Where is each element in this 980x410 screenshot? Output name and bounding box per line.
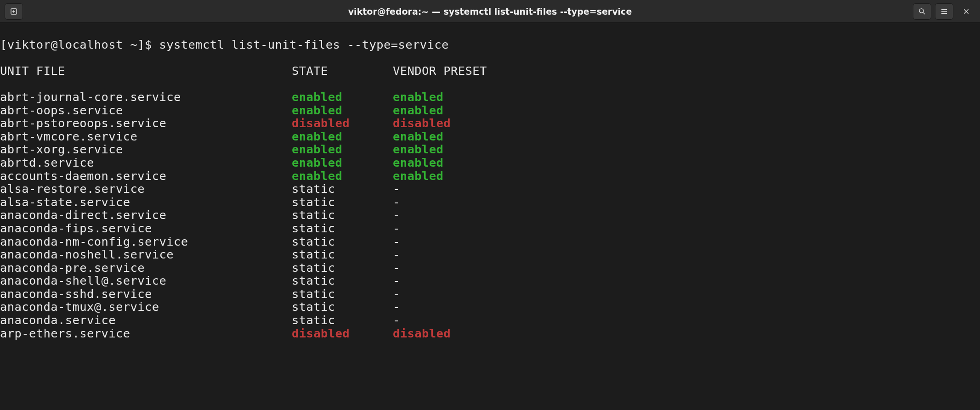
state-cell: enabled — [292, 169, 393, 183]
titlebar-right — [838, 3, 975, 20]
titlebar-left — [5, 3, 142, 20]
table-row: abrt-journal-core.serviceenabledenabled — [0, 90, 980, 104]
table-row: abrt-vmcore.serviceenabledenabled — [0, 130, 980, 143]
unit-file-cell: abrtd.service — [0, 156, 292, 169]
table-row: anaconda-nm-config.servicestatic- — [0, 235, 980, 248]
table-row: alsa-state.servicestatic- — [0, 196, 980, 209]
unit-file-cell: anaconda-tmux@.service — [0, 300, 292, 314]
vendor-preset-cell: - — [393, 248, 400, 261]
search-icon — [918, 7, 926, 16]
col-unit-file: UNIT FILE — [0, 64, 292, 78]
col-vendor-preset: VENDOR PRESET — [393, 64, 487, 78]
close-button[interactable] — [957, 3, 975, 20]
unit-file-cell: anaconda-shell@.service — [0, 274, 292, 287]
vendor-preset-cell: - — [393, 261, 400, 275]
state-cell: static — [292, 261, 393, 275]
state-cell: enabled — [292, 90, 393, 104]
unit-file-cell: abrt-vmcore.service — [0, 130, 292, 143]
vendor-preset-cell: enabled — [393, 130, 443, 143]
table-row: anaconda-tmux@.servicestatic- — [0, 300, 980, 314]
unit-file-cell: anaconda-nm-config.service — [0, 235, 292, 248]
titlebar: viktor@fedora:~ — systemctl list-unit-fi… — [0, 0, 980, 23]
state-cell: static — [292, 235, 393, 248]
state-cell: static — [292, 182, 393, 196]
window-title: viktor@fedora:~ — systemctl list-unit-fi… — [142, 6, 838, 17]
search-button[interactable] — [913, 3, 931, 20]
vendor-preset-cell: - — [393, 274, 400, 287]
vendor-preset-cell: - — [393, 182, 400, 196]
unit-file-cell: anaconda-direct.service — [0, 208, 292, 222]
new-tab-button[interactable] — [5, 3, 23, 20]
vendor-preset-cell: enabled — [393, 156, 443, 169]
unit-file-cell: abrt-oops.service — [0, 104, 292, 117]
vendor-preset-cell: - — [393, 314, 400, 327]
col-state: STATE — [292, 64, 393, 78]
state-cell: static — [292, 287, 393, 301]
vendor-preset-cell: - — [393, 235, 400, 248]
table-body: abrt-journal-core.serviceenabledenableda… — [0, 90, 980, 340]
vendor-preset-cell: - — [393, 287, 400, 301]
vendor-preset-cell: disabled — [393, 117, 451, 130]
table-row: anaconda-pre.servicestatic- — [0, 261, 980, 275]
prompt-line: [viktor@localhost ~]$ systemctl list-uni… — [0, 38, 980, 51]
command: systemctl list-unit-files --type=service — [159, 38, 449, 51]
table-row: anaconda-noshell.servicestatic- — [0, 248, 980, 261]
new-tab-icon — [10, 7, 18, 16]
unit-file-cell: alsa-restore.service — [0, 182, 292, 196]
state-cell: static — [292, 196, 393, 209]
vendor-preset-cell: - — [393, 196, 400, 209]
vendor-preset-cell: - — [393, 208, 400, 222]
vendor-preset-cell: - — [393, 300, 400, 314]
state-cell: static — [292, 208, 393, 222]
state-cell: enabled — [292, 156, 393, 169]
vendor-preset-cell: - — [393, 222, 400, 235]
unit-file-cell: anaconda-noshell.service — [0, 248, 292, 261]
table-row: arp-ethers.servicedisableddisabled — [0, 327, 980, 340]
state-cell: static — [292, 314, 393, 327]
state-cell: static — [292, 274, 393, 287]
terminal-output[interactable]: [viktor@localhost ~]$ systemctl list-uni… — [0, 23, 980, 353]
table-row: anaconda-shell@.servicestatic- — [0, 274, 980, 287]
unit-file-cell: abrt-xorg.service — [0, 143, 292, 156]
table-row: anaconda-direct.servicestatic- — [0, 208, 980, 222]
vendor-preset-cell: enabled — [393, 104, 443, 117]
vendor-preset-cell: enabled — [393, 169, 443, 183]
vendor-preset-cell: enabled — [393, 90, 443, 104]
table-row: abrt-pstoreoops.servicedisableddisabled — [0, 117, 980, 130]
state-cell: enabled — [292, 104, 393, 117]
unit-file-cell: arp-ethers.service — [0, 327, 292, 340]
prompt: [viktor@localhost ~]$ — [0, 38, 159, 51]
unit-file-cell: accounts-daemon.service — [0, 169, 292, 183]
unit-file-cell: anaconda-sshd.service — [0, 287, 292, 301]
hamburger-icon — [940, 7, 948, 16]
state-cell: enabled — [292, 130, 393, 143]
table-row: alsa-restore.servicestatic- — [0, 182, 980, 196]
table-row: accounts-daemon.serviceenabledenabled — [0, 169, 980, 183]
table-row: abrt-oops.serviceenabledenabled — [0, 104, 980, 117]
state-cell: disabled — [292, 327, 393, 340]
state-cell: disabled — [292, 117, 393, 130]
table-row: anaconda.servicestatic- — [0, 314, 980, 327]
unit-file-cell: abrt-journal-core.service — [0, 90, 292, 104]
table-row: abrt-xorg.serviceenabledenabled — [0, 143, 980, 156]
unit-file-cell: alsa-state.service — [0, 196, 292, 209]
table-row: anaconda-fips.servicestatic- — [0, 222, 980, 235]
table-row: abrtd.serviceenabledenabled — [0, 156, 980, 169]
unit-file-cell: anaconda.service — [0, 314, 292, 327]
state-cell: static — [292, 248, 393, 261]
table-header: UNIT FILESTATEVENDOR PRESET — [0, 64, 980, 78]
table-row: anaconda-sshd.servicestatic- — [0, 287, 980, 301]
unit-file-cell: anaconda-pre.service — [0, 261, 292, 275]
state-cell: static — [292, 222, 393, 235]
vendor-preset-cell: enabled — [393, 143, 443, 156]
unit-file-cell: abrt-pstoreoops.service — [0, 117, 292, 130]
svg-line-4 — [923, 12, 925, 14]
state-cell: enabled — [292, 143, 393, 156]
svg-point-3 — [919, 9, 923, 13]
menu-button[interactable] — [935, 3, 953, 20]
close-icon — [963, 8, 970, 15]
vendor-preset-cell: disabled — [393, 327, 451, 340]
state-cell: static — [292, 300, 393, 314]
unit-file-cell: anaconda-fips.service — [0, 222, 292, 235]
